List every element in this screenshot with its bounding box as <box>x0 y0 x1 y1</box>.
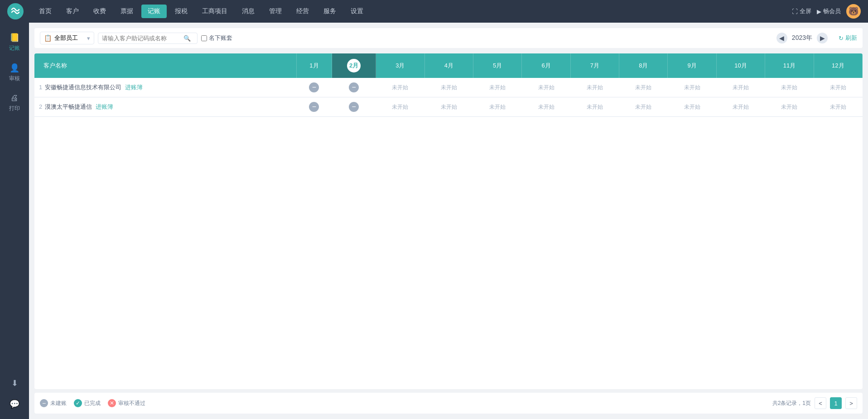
not-started-status: 未开始 <box>538 104 555 110</box>
not-started-status: 未开始 <box>635 84 651 91</box>
member-label: 畅会员 <box>823 7 841 15</box>
month-cell-1-7: 未开始 <box>619 97 668 117</box>
not-started-status: 未开始 <box>781 104 797 110</box>
month-cell-1-10: 未开始 <box>765 97 814 117</box>
nav-manage[interactable]: 管理 <box>263 5 288 18</box>
table-row: 2漠澳太平畅捷通信进账簿−−未开始未开始未开始未开始未开始未开始未开始未开始未开… <box>34 97 863 117</box>
sidebar-item-review[interactable]: 👤 审核 <box>0 58 29 88</box>
nav-settings[interactable]: 设置 <box>344 5 370 18</box>
not-started-status: 未开始 <box>392 84 408 91</box>
page-1-button[interactable]: 1 <box>830 397 842 409</box>
col-may: 5月 <box>473 53 521 78</box>
year-nav: ◀ 2023年 ▶ <box>776 33 828 43</box>
search-icon[interactable]: 🔍 <box>183 35 191 42</box>
not-created-status: − <box>349 82 359 92</box>
not-started-status: 未开始 <box>830 84 846 91</box>
nav-business[interactable]: 工商项目 <box>196 5 234 18</box>
row-index: 1 <box>39 84 42 91</box>
refresh-button[interactable]: ↻ 刷新 <box>839 34 857 42</box>
accounting-table: 客户名称 1月 2月 3月 4月 5月 6月 7月 8月 9月 10月 11月 <box>34 53 863 117</box>
footer: − 未建账 ✓ 已完成 ✕ 审核不通过 共2条记录，1页 < 1 > <box>34 393 863 414</box>
checkbox-label: 名下账套 <box>209 34 232 42</box>
app-logo <box>7 3 24 19</box>
sidebar-label-accounting: 记账 <box>9 44 20 52</box>
sidebar-item-download[interactable]: ⬇ <box>6 373 23 394</box>
month-cell-1-5: 未开始 <box>522 97 570 117</box>
not-started-status: 未开始 <box>733 104 749 110</box>
sidebar-item-chat[interactable]: 💬 <box>6 394 23 414</box>
month-cell-1-8: 未开始 <box>668 97 716 117</box>
nav-client[interactable]: 客户 <box>60 5 85 18</box>
nav-service[interactable]: 服务 <box>317 5 342 18</box>
completed-icon: ✓ <box>74 399 82 407</box>
not-started-status: 未开始 <box>392 104 408 110</box>
nav-home[interactable]: 首页 <box>33 5 58 18</box>
refresh-icon: ↻ <box>839 35 844 42</box>
not-created-icon: − <box>40 399 48 407</box>
employee-label: 全部员工 <box>54 34 78 42</box>
prev-page-button[interactable]: < <box>815 397 826 409</box>
review-icon: 👤 <box>10 63 19 73</box>
table-header-row: 客户名称 1月 2月 3月 4月 5月 6月 7月 8月 9月 10月 11月 <box>34 53 863 78</box>
not-started-status: 未开始 <box>684 84 700 91</box>
print-icon: 🖨 <box>10 93 19 103</box>
legend-completed: ✓ 已完成 <box>74 399 101 407</box>
client-name: 漠澳太平畅捷通信 <box>45 103 92 110</box>
col-jun: 6月 <box>522 53 570 78</box>
dropdown-arrow-icon: ▾ <box>87 35 90 42</box>
col-sep: 9月 <box>668 53 716 78</box>
not-started-status: 未开始 <box>587 84 603 91</box>
nav-fee[interactable]: 收费 <box>87 5 112 18</box>
month-cell-0-3: 未开始 <box>424 78 473 97</box>
table-row: 1安徽畅捷通信息技术有限公司进账簿−−未开始未开始未开始未开始未开始未开始未开始… <box>34 78 863 97</box>
nav-bill[interactable]: 票据 <box>114 5 140 18</box>
member-button[interactable]: ▶ 畅会员 <box>817 7 841 15</box>
not-started-status: 未开始 <box>538 84 555 91</box>
fullscreen-button[interactable]: ⛶ 全屏 <box>792 7 811 15</box>
not-started-status: 未开始 <box>489 84 506 91</box>
nav-operation[interactable]: 经营 <box>290 5 315 18</box>
month-cell-0-2: 未开始 <box>376 78 424 97</box>
col-aug: 8月 <box>619 53 668 78</box>
content-area: 📋 全部员工 ▾ 🔍 名下账套 ◀ 2023年 ▶ ↻ 刷新 <box>29 23 868 419</box>
not-created-status: − <box>349 102 359 112</box>
month-cell-0-4: 未开始 <box>473 78 521 97</box>
user-avatar[interactable]: 🐻 <box>846 4 861 19</box>
employee-icon: 📋 <box>44 34 52 42</box>
next-year-button[interactable]: ▶ <box>817 33 828 43</box>
pagination: 共2条记录，1页 < 1 > <box>772 397 857 409</box>
member-icon: ▶ <box>817 8 821 15</box>
employee-select[interactable]: 📋 全部员工 ▾ <box>40 32 94 44</box>
legend-not-created: − 未建账 <box>40 399 67 407</box>
prev-year-button[interactable]: ◀ <box>776 33 787 43</box>
not-created-status: − <box>309 102 319 112</box>
month-cell-0-6: 未开始 <box>570 78 619 97</box>
year-display: 2023年 <box>792 34 812 42</box>
total-text: 共2条记录，1页 <box>772 400 811 407</box>
my-accounts-checkbox[interactable] <box>201 35 207 41</box>
enter-ledger-link[interactable]: 进账簿 <box>96 103 113 110</box>
client-name: 安徽畅捷通信息技术有限公司 <box>45 84 121 91</box>
top-nav: 首页 客户 收费 票据 记账 报税 工商项目 消息 管理 经营 服务 设置 ⛶ … <box>0 0 868 23</box>
nav-accounting[interactable]: 记账 <box>141 5 167 18</box>
next-page-button[interactable]: > <box>845 397 857 409</box>
search-input[interactable] <box>102 35 183 42</box>
month-cell-0-7: 未开始 <box>619 78 668 97</box>
col-nov: 11月 <box>765 53 814 78</box>
month-cell-1-3: 未开始 <box>424 97 473 117</box>
enter-ledger-link[interactable]: 进账簿 <box>125 84 143 91</box>
sidebar-item-print[interactable]: 🖨 打印 <box>0 88 29 118</box>
month-cell-0-11: 未开始 <box>814 78 862 97</box>
col-jan: 1月 <box>296 53 332 78</box>
month-cell-1-0: − <box>296 97 332 117</box>
col-dec: 12月 <box>814 53 862 78</box>
col-apr: 4月 <box>424 53 473 78</box>
month-cell-1-1: − <box>332 97 376 117</box>
sidebar-item-accounting[interactable]: 📒 记账 <box>0 27 29 58</box>
nav-message[interactable]: 消息 <box>236 5 261 18</box>
month-cell-0-5: 未开始 <box>522 78 570 97</box>
nav-tax[interactable]: 报税 <box>169 5 194 18</box>
col-jul: 7月 <box>570 53 619 78</box>
month-cell-1-2: 未开始 <box>376 97 424 117</box>
nav-items: 首页 客户 收费 票据 记账 报税 工商项目 消息 管理 经营 服务 设置 <box>33 5 792 18</box>
